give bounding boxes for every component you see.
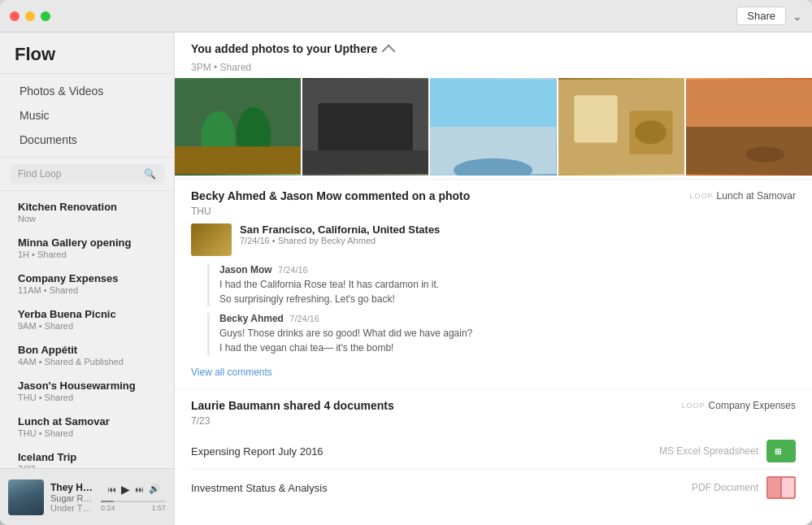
comment-date: THU (191, 206, 796, 217)
doc-row-1: Expensing Report July 2016 MS Excel Spre… (191, 433, 796, 470)
comment-1-author: Jason Mow 7/24/16 (219, 264, 796, 276)
sidebar-search[interactable]: Find Loop 🔍 (0, 158, 174, 191)
sidebar-item-photos-videos[interactable]: Photos & Videos (5, 79, 169, 103)
documents-activity-header: Laurie Baumann shared 4 documents LOOP C… (191, 399, 796, 412)
now-playing: They Hymn Sugar Rose Under The Twilight … (0, 468, 174, 525)
comment-2-author: Becky Ahmed 7/24/16 (219, 313, 796, 324)
loop-list: Kitchen Renovation Now Minna Gallery ope… (0, 191, 174, 468)
player-controls: ⏮ ▶ ⏭ 🔊 0:24 1:57 (101, 483, 166, 512)
svg-point-23 (745, 146, 785, 162)
sidebar-item-music[interactable]: Music (5, 103, 169, 128)
chevron-down-icon[interactable]: ⌄ (792, 10, 802, 23)
playback-buttons: ⏮ ▶ ⏭ 🔊 (107, 483, 160, 496)
app-title: Flow (15, 44, 159, 65)
svg-rect-5 (175, 146, 301, 174)
track-artist: Sugar Rose (50, 493, 94, 503)
doc-type-2: PDF Document (692, 482, 758, 493)
svg-rect-16 (574, 95, 617, 142)
track-album: Under The Twilight (50, 503, 94, 513)
doc-name-2: Investment Status & Analysis (191, 482, 692, 494)
close-button[interactable] (10, 11, 20, 21)
chevron-up-icon (382, 45, 396, 59)
photo-thumb-4[interactable] (558, 78, 684, 176)
loop-item-yerba-buena[interactable]: Yerba Buena Picnic 9AM • Shared (3, 302, 171, 337)
comment-1: Jason Mow 7/24/16 I had the California R… (207, 264, 796, 306)
sidebar-nav: Photos & Videos Music Documents (0, 74, 174, 158)
sidebar: Flow Photos & Videos Music Documents Fin… (0, 33, 175, 525)
track-name: They Hymn (50, 482, 94, 493)
elapsed-time: 0:24 (101, 504, 115, 512)
title-bar: Share ⌄ (0, 0, 812, 33)
fast-forward-button[interactable]: ⏭ (135, 484, 144, 494)
view-all-comments-button[interactable]: View all comments (191, 367, 272, 378)
comment-activity-header: Becky Ahmed & Jason Mow commented on a p… (191, 189, 796, 202)
comment-1-text-2: So surprisingly refreshing. Let's go bac… (219, 292, 796, 306)
photo-thumb-2[interactable] (302, 78, 428, 176)
comment-photo (191, 223, 232, 256)
loop-item-minna-gallery[interactable]: Minna Gallery opening 1H • Shared (3, 230, 171, 266)
comment-1-text-1: I had the California Rose tea! It has ca… (219, 277, 796, 292)
share-button[interactable]: Share (736, 7, 786, 25)
photo-activity-header: You added photos to your Upthere (175, 33, 812, 60)
sidebar-item-documents[interactable]: Documents (5, 128, 169, 152)
loop-item-iceland-trip[interactable]: Iceland Trip 7/27 (3, 445, 171, 468)
excel-icon[interactable]: ⊞ (766, 440, 796, 462)
rewind-button[interactable]: ⏮ (107, 484, 116, 494)
documents-activity-title: Laurie Baumann shared 4 documents (191, 399, 394, 412)
search-input[interactable]: Find Loop 🔍 (10, 164, 164, 184)
track-info: They Hymn Sugar Rose Under The Twilight (50, 482, 94, 513)
play-pause-button[interactable]: ▶ (121, 483, 130, 496)
app-window: Share ⌄ Flow Photos & Videos Music Docum… (0, 0, 812, 525)
location-meta: 7/24/16 • Shared by Becky Ahmed (240, 236, 440, 245)
pdf-icon[interactable] (766, 476, 796, 499)
loop-badge-comment: LOOP Lunch at Samovar (690, 190, 796, 202)
loop-badge-docs: LOOP Company Expenses (682, 400, 796, 411)
maximize-button[interactable] (41, 11, 50, 21)
loop-item-kitchen-renovation[interactable]: Kitchen Renovation Now (3, 194, 171, 230)
album-art-image (8, 479, 44, 515)
progress-times: 0:24 1:57 (101, 504, 166, 512)
svg-point-19 (635, 120, 667, 144)
location-details: San Francisco, California, United States… (240, 223, 440, 245)
minimize-button[interactable] (25, 11, 35, 21)
sidebar-header: Flow (0, 33, 174, 74)
doc-type-1: MS Excel Spreadsheet (659, 445, 758, 457)
loop-item-lunch-samovar[interactable]: Lunch at Samovar THU • Shared (3, 409, 171, 445)
svg-text:⊞: ⊞ (775, 447, 781, 456)
doc-row-2: Investment Status & Analysis PDF Documen… (191, 470, 796, 505)
comment-photo-thumb (191, 223, 232, 256)
progress-container: 0:24 1:57 (101, 499, 166, 512)
photos-strip (175, 78, 812, 176)
volume-button[interactable]: 🔊 (149, 484, 160, 494)
svg-rect-8 (319, 103, 413, 158)
comment-activity-section: Becky Ahmed & Jason Mow commented on a p… (175, 180, 812, 389)
svg-rect-10 (302, 150, 428, 174)
loop-item-company-expenses[interactable]: Company Expenses 11AM • Shared (3, 266, 171, 302)
location-name: San Francisco, California, United States (240, 223, 440, 236)
comment-activity-title: Becky Ahmed & Jason Mow commented on a p… (191, 189, 470, 202)
total-time: 1:57 (151, 504, 166, 512)
photo-activity-section: You added photos to your Upthere 3PM • S… (175, 33, 812, 180)
photo-thumb-1[interactable] (175, 78, 301, 176)
comment-2-text-1: Guys! Those drinks are so good! What did… (219, 326, 796, 341)
traffic-lights (10, 11, 50, 21)
svg-rect-28 (782, 478, 794, 497)
photo-thumb-5[interactable] (686, 78, 812, 176)
comment-location: San Francisco, California, United States… (191, 223, 796, 256)
photo-activity-time: 3PM • Shared (175, 62, 812, 78)
documents-activity-section: Laurie Baumann shared 4 documents LOOP C… (175, 389, 812, 515)
loop-item-jasons-housewarming[interactable]: Jason's Housewarming THU • Shared (3, 373, 171, 409)
progress-fill (101, 501, 114, 502)
comment-2-text-2: I had the vegan chai tea— it's the bomb! (219, 341, 796, 355)
photo-activity-title: You added photos to your Upthere (191, 42, 393, 55)
album-art (8, 479, 44, 515)
loop-item-bon-appetit[interactable]: Bon Appétit 4AM • Shared & Published (3, 337, 171, 373)
comment-2: Becky Ahmed 7/24/16 Guys! Those drinks a… (207, 313, 796, 355)
photo-thumb-3[interactable] (430, 78, 556, 176)
title-bar-actions: Share ⌄ (736, 7, 802, 25)
doc-name-1: Expensing Report July 2016 (191, 445, 659, 458)
main-content: You added photos to your Upthere 3PM • S… (175, 33, 812, 525)
progress-bar[interactable] (101, 501, 166, 502)
svg-rect-27 (768, 478, 780, 497)
app-body: Flow Photos & Videos Music Documents Fin… (0, 33, 812, 525)
